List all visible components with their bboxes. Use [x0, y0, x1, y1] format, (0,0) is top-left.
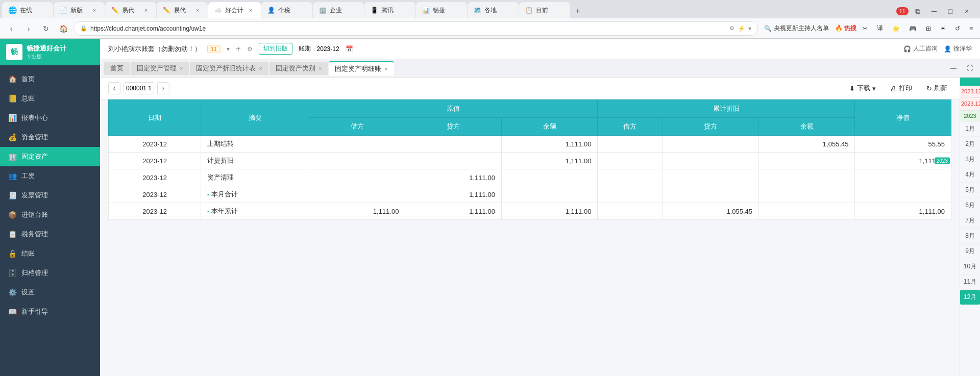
browser-tab-3[interactable]: ✏️ 易代 ×	[105, 2, 156, 18]
period-month-9[interactable]: 9月	[960, 244, 980, 259]
browser-tab-10[interactable]: 🗺️ 各地	[468, 2, 519, 18]
period-panel: 期间选择 2023.12 2023.12 2023 1月 2月 3月 4月 5月…	[960, 78, 980, 376]
game-btn[interactable]: 🎮	[906, 24, 920, 33]
pager-next-btn[interactable]: ›	[157, 82, 169, 94]
tab-close-fixed-asset-ledger[interactable]: ×	[384, 66, 387, 72]
row2-orig-credit	[405, 153, 501, 169]
period-month-5[interactable]: 5月	[960, 183, 980, 198]
history-btn[interactable]: ↺	[952, 24, 963, 33]
period-month-4[interactable]: 4月	[960, 167, 980, 183]
switch-btn[interactable]: 切到旧版	[259, 43, 292, 55]
tab-close-3[interactable]: ×	[142, 6, 150, 14]
period-month-12[interactable]: 12月	[960, 290, 980, 305]
user-btn[interactable]: 👤 徐泽华	[944, 44, 972, 53]
browser-tab-5[interactable]: ☁️ 好会计 ×	[208, 2, 261, 18]
tab-maximize-btn[interactable]: □	[943, 4, 958, 18]
tab-fixed-asset-ledger[interactable]: 固定资产明细账 ×	[329, 61, 394, 76]
add-account-btn[interactable]: +	[236, 44, 240, 54]
service-btn[interactable]: 🎧 人工咨询	[903, 44, 938, 53]
tab-close-4[interactable]: ×	[193, 6, 202, 14]
sidebar-item-tax[interactable]: 📋 税务管理	[0, 224, 100, 244]
dropdown-arrow-icon[interactable]: ▾	[227, 45, 230, 53]
tab-close-fixed-asset-depreciation[interactable]: ×	[259, 65, 262, 71]
tab-restore-btn[interactable]: ⧉	[911, 4, 925, 18]
tab-collapse-btn[interactable]: —	[947, 62, 960, 74]
calendar-icon[interactable]: 📅	[346, 45, 353, 53]
settings-gear-icon[interactable]: ⚙	[247, 45, 253, 53]
tab-close-5[interactable]: ×	[247, 6, 255, 14]
tab-fixed-asset-depreciation[interactable]: 固定资产折旧统计表 ×	[190, 62, 268, 75]
browser-tab-4[interactable]: ✏️ 易代 ×	[157, 2, 208, 18]
browser-tab-1[interactable]: 🌐 在线	[2, 2, 53, 18]
translate-btn[interactable]: 译	[874, 23, 886, 34]
period-year-label[interactable]: 2023	[960, 111, 980, 121]
reload-btn[interactable]: ↻	[39, 21, 53, 36]
new-tab-button[interactable]: +	[571, 4, 585, 18]
sidebar-item-closing[interactable]: 🔒 结账	[0, 244, 100, 263]
browser-tab-2[interactable]: 📄 新版 ×	[54, 2, 105, 18]
tab-fixed-asset-mgmt[interactable]: 固定资产管理 ×	[131, 62, 189, 75]
tab-fixed-asset-category[interactable]: 固定资产类别 ×	[270, 62, 328, 75]
browser-tab-11[interactable]: 📋 目前	[519, 2, 570, 18]
download-btn[interactable]: ⬇ 下载 ▾	[845, 82, 880, 95]
sidebar-item-payroll[interactable]: 👥 工资	[0, 166, 100, 186]
forward-btn[interactable]: ›	[21, 21, 36, 36]
brightness-btn[interactable]: ☀	[937, 24, 949, 33]
address-input[interactable]: 🔒 https://cloud.chanjet.com/accounting/u…	[74, 21, 758, 36]
sidebar-item-inventory[interactable]: 📦 进销台账	[0, 205, 100, 224]
sidebar-item-archive[interactable]: 🗄️ 归档管理	[0, 263, 100, 283]
star-btn[interactable]: ⭐	[889, 24, 903, 33]
tab-close-fixed-asset-mgmt[interactable]: ×	[180, 65, 183, 71]
row2-orig-debit	[309, 153, 405, 169]
sidebar-item-home[interactable]: 🏠 首页	[0, 69, 100, 89]
search-box[interactable]: 🔍 央视更新主持人名单	[761, 23, 832, 34]
back-btn[interactable]: ‹	[4, 21, 18, 36]
tab-close-fixed-asset-category[interactable]: ×	[318, 65, 322, 71]
scissors-btn[interactable]: ✂	[860, 24, 871, 33]
tab-expand-btn[interactable]: ⛶	[964, 62, 976, 74]
pager-prev-btn[interactable]: ‹	[108, 82, 120, 94]
tab-home[interactable]: 首页	[104, 62, 130, 75]
hot-search-label[interactable]: 🔥 热搜	[835, 24, 856, 33]
row5-accum-balance	[758, 203, 854, 220]
browser-tab-7[interactable]: 🏢 企业	[313, 2, 364, 18]
sidebar-item-invoice[interactable]: 🧾 发票管理	[0, 186, 100, 205]
browser-tab-8[interactable]: 📱 腾讯	[364, 2, 415, 18]
row3-net-value	[855, 169, 951, 186]
invoice-icon: 🧾	[8, 191, 16, 199]
dropdown-icon[interactable]: ▾	[748, 25, 751, 32]
refresh-btn[interactable]: ↻ 刷新	[922, 82, 951, 95]
period-month-10[interactable]: 10月	[960, 259, 980, 274]
sidebar-subtitle: 专业版	[27, 53, 66, 60]
sidebar-item-ledger[interactable]: 📒 总账	[0, 89, 100, 108]
home-btn[interactable]: 🏠	[56, 21, 70, 36]
sidebar-item-label-inventory: 进销台账	[21, 210, 48, 219]
row2-net-value: 1,111.00 2023	[855, 153, 951, 169]
period-month-11[interactable]: 11月	[960, 274, 980, 290]
funds-icon: 💰	[8, 133, 16, 141]
sidebar-item-settings[interactable]: ⚙️ 设置	[0, 283, 100, 302]
period-month-3[interactable]: 3月	[960, 152, 980, 167]
row1-accum-balance: 1,055.45	[758, 136, 854, 153]
sidebar-item-guide[interactable]: 📖 新手引导	[0, 302, 100, 321]
period-month-2[interactable]: 2月	[960, 137, 980, 152]
tab-close-window-btn[interactable]: ×	[960, 4, 974, 18]
period-month-6[interactable]: 6月	[960, 198, 980, 213]
period-header[interactable]: 期间选择	[960, 78, 980, 86]
sidebar-item-reports[interactable]: 📊 报表中心	[0, 108, 100, 128]
sidebar-item-fixed-assets[interactable]: 🏢 固定资产	[0, 147, 100, 166]
grid-btn[interactable]: ⊞	[923, 24, 934, 33]
sidebar-item-funds[interactable]: 💰 资金管理	[0, 128, 100, 147]
tab-minimize-btn[interactable]: ─	[927, 4, 941, 18]
print-btn[interactable]: 🖨 打印	[886, 82, 916, 95]
tab-label-home: 首页	[110, 64, 124, 73]
browser-tab-6[interactable]: 👤 个税	[261, 2, 312, 18]
row4-summary: ▪本月合计	[201, 186, 309, 203]
browser-tab-9[interactable]: 📊 畅捷	[416, 2, 467, 18]
sidebar-item-label-closing: 结账	[21, 249, 35, 258]
period-month-7[interactable]: 7月	[960, 213, 980, 229]
tab-close-2[interactable]: ×	[90, 6, 99, 14]
period-month-8[interactable]: 8月	[960, 229, 980, 244]
period-month-1[interactable]: 1月	[960, 121, 980, 137]
menu-btn[interactable]: ≡	[966, 24, 976, 33]
